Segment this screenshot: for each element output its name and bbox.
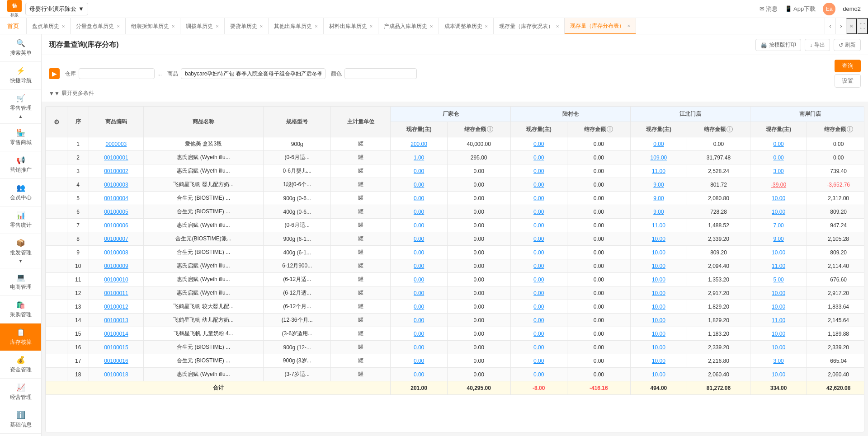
tab-zzcc[interactable]: 组装拆卸单历史× xyxy=(126,18,180,34)
tab-db[interactable]: 调拨单历史× xyxy=(180,18,224,34)
table-cell[interactable]: 0.00 xyxy=(510,259,567,273)
table-cell[interactable]: 11.00 xyxy=(630,164,687,178)
nav-home[interactable]: 首页 xyxy=(0,18,27,34)
table-cell[interactable]: 0.00 xyxy=(510,219,567,232)
table-cell[interactable]: 00100010 xyxy=(89,273,144,286)
table-cell[interactable]: 0.00 xyxy=(510,341,567,354)
close-icon[interactable]: × xyxy=(216,18,218,34)
goods-input[interactable] xyxy=(181,68,326,79)
expand-more-btn[interactable]: ▼▼ 展开更多条件 xyxy=(49,89,861,97)
table-cell[interactable]: 0.00 xyxy=(391,341,447,354)
table-cell[interactable]: 00100012 xyxy=(89,300,144,314)
sidebar-item-mall[interactable]: 🏪 零售商城 xyxy=(0,124,41,151)
tab-cpck[interactable]: 产成品入库单历史× xyxy=(378,18,439,34)
table-cell[interactable]: 10.00 xyxy=(750,368,807,381)
close-icon[interactable]: × xyxy=(556,18,559,34)
warehouse-picker-btn[interactable]: ... xyxy=(157,70,162,77)
table-cell[interactable]: 10.00 xyxy=(750,205,807,219)
table-cell[interactable]: 10.00 xyxy=(750,300,807,314)
settings-icon[interactable]: ⚙ xyxy=(54,118,60,126)
table-cell[interactable]: 0.00 xyxy=(510,327,567,341)
table-cell[interactable]: 0.00 xyxy=(510,273,567,286)
table-cell[interactable]: 0.00 xyxy=(510,354,567,368)
table-cell[interactable]: 0.00 xyxy=(391,246,447,259)
sidebar-item-operations[interactable]: 📈 经营管理 xyxy=(0,379,41,406)
table-cell[interactable]: 7.00 xyxy=(750,219,807,232)
warehouse-input[interactable] xyxy=(79,68,155,79)
table-cell[interactable]: 10.00 xyxy=(630,314,687,327)
table-cell[interactable]: 1.00 xyxy=(391,151,447,164)
table-cell[interactable]: 00100016 xyxy=(89,354,144,368)
table-cell[interactable]: 0.00 xyxy=(391,314,447,327)
table-cell[interactable]: 00100005 xyxy=(89,205,144,219)
table-cell[interactable]: 00100001 xyxy=(89,151,144,164)
table-cell[interactable]: 9.00 xyxy=(630,192,687,205)
table-cell[interactable]: 10.00 xyxy=(630,341,687,354)
table-cell[interactable]: 3.00 xyxy=(750,164,807,178)
table-cell[interactable]: 00100004 xyxy=(89,192,144,205)
close-icon[interactable]: × xyxy=(62,18,65,34)
table-cell[interactable]: 0.00 xyxy=(510,164,567,178)
filter-toggle-btn[interactable]: ▶ xyxy=(49,68,60,79)
table-cell[interactable]: 10.00 xyxy=(630,273,687,286)
table-cell[interactable]: 10.00 xyxy=(630,368,687,381)
sidebar-item-marketing[interactable]: 📢 营销推广 xyxy=(0,151,41,179)
table-cell[interactable]: 9.00 xyxy=(630,205,687,219)
table-cell[interactable]: 00100013 xyxy=(89,314,144,327)
nav-prev-btn[interactable]: ‹ xyxy=(825,18,835,34)
table-cell[interactable]: 0.00 xyxy=(391,192,447,205)
table-cell[interactable]: 11.00 xyxy=(750,314,807,327)
tab-pddh[interactable]: 盘点单历史× xyxy=(27,18,71,34)
table-cell[interactable]: 00100006 xyxy=(89,219,144,232)
tab-cbtz[interactable]: 成本调整单历史× xyxy=(439,18,494,34)
table-cell[interactable]: 10.00 xyxy=(630,300,687,314)
table-cell[interactable]: 0.00 xyxy=(510,137,567,151)
table-cell[interactable]: 0.00 xyxy=(510,151,567,164)
table-cell[interactable]: -39.00 xyxy=(750,178,807,192)
table-cell[interactable]: 10.00 xyxy=(630,246,687,259)
table-cell[interactable]: 00100009 xyxy=(89,259,144,273)
table-cell[interactable]: 0.00 xyxy=(391,300,447,314)
table-cell[interactable]: 0.00 xyxy=(510,246,567,259)
table-cell[interactable]: 10.00 xyxy=(630,232,687,246)
sidebar-item-system[interactable]: ⚙️ 系统管理 xyxy=(0,434,41,436)
close-icon[interactable]: × xyxy=(430,18,433,34)
table-cell[interactable]: 00100015 xyxy=(89,341,144,354)
sidebar-item-retail-stats[interactable]: 📊 零售统计 xyxy=(0,206,41,234)
table-cell[interactable]: 200.00 xyxy=(391,137,447,151)
table-cell[interactable]: 0.00 xyxy=(510,192,567,205)
table-cell[interactable]: 0.00 xyxy=(391,327,447,341)
query-button[interactable]: 查询 xyxy=(835,60,861,72)
table-cell[interactable]: 0.00 xyxy=(391,219,447,232)
close-icon[interactable]: × xyxy=(117,18,119,34)
table-cell[interactable]: 00100018 xyxy=(89,368,144,381)
table-cell[interactable]: 00100002 xyxy=(89,164,144,178)
nav-expand-btn[interactable]: ⛶ xyxy=(857,18,868,34)
refresh-button[interactable]: ↺ 刷新 xyxy=(834,39,861,51)
info-icon[interactable]: i xyxy=(726,126,733,132)
table-cell[interactable]: 109.00 xyxy=(630,151,687,164)
table-cell[interactable]: 11.00 xyxy=(630,219,687,232)
info-icon[interactable]: i xyxy=(487,126,493,132)
table-cell[interactable]: 00100003 xyxy=(89,178,144,192)
table-cell[interactable]: 00100008 xyxy=(89,246,144,259)
table-cell[interactable]: 0.00 xyxy=(391,205,447,219)
table-cell[interactable]: 11.00 xyxy=(750,259,807,273)
table-cell[interactable]: 0.00 xyxy=(630,137,687,151)
table-cell[interactable]: 9.00 xyxy=(630,178,687,192)
table-cell[interactable]: 0.00 xyxy=(510,368,567,381)
tab-qtck[interactable]: 其他出库单历史× xyxy=(269,18,323,34)
table-cell[interactable]: 00100011 xyxy=(89,286,144,300)
table-cell[interactable]: 10.00 xyxy=(630,286,687,300)
table-cell[interactable]: 0.00 xyxy=(391,354,447,368)
table-cell[interactable]: 00100014 xyxy=(89,327,144,341)
info-icon[interactable]: i xyxy=(607,126,613,132)
table-cell[interactable]: 0.00 xyxy=(391,178,447,192)
message-btn[interactable]: ✉ 消息 xyxy=(760,5,778,13)
table-cell[interactable]: 0.00 xyxy=(750,137,807,151)
close-icon[interactable]: × xyxy=(260,18,263,34)
table-cell[interactable]: 0.00 xyxy=(510,314,567,327)
table-cell[interactable]: 10.00 xyxy=(630,259,687,273)
tab-fldh[interactable]: 分量盘点单历史× xyxy=(71,18,125,34)
table-cell[interactable]: 0.00 xyxy=(510,286,567,300)
